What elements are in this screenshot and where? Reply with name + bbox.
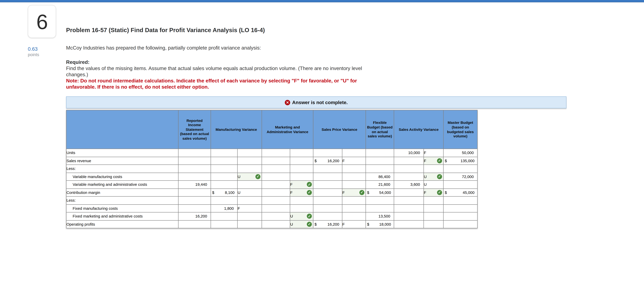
fu-select-cell[interactable] [290,197,313,204]
value-input-cell[interactable] [313,181,342,189]
fu-select-cell[interactable]: F [238,204,262,212]
value-input-cell[interactable]: $135,000 [444,157,478,165]
value-input-cell[interactable] [394,212,424,220]
fu-select-cell[interactable] [238,197,262,204]
fu-select-cell[interactable] [424,165,444,173]
fu-select-cell[interactable]: F✓ [342,189,366,197]
value-input-cell[interactable] [211,165,238,173]
value-input-cell[interactable] [178,220,211,228]
value-input-cell[interactable] [211,212,238,220]
value-input-cell[interactable] [394,165,424,173]
value-input-cell[interactable] [211,197,238,204]
value-input-cell[interactable] [178,197,211,204]
value-input-cell[interactable]: 13,500 [366,212,394,220]
value-input-cell[interactable] [366,149,394,157]
fu-select-cell[interactable] [342,165,366,173]
fu-select-cell[interactable]: U✓ [424,173,444,181]
fu-select-cell[interactable] [238,220,262,228]
value-input-cell[interactable] [262,157,290,165]
value-input-cell[interactable]: $45,000 [444,189,478,197]
value-input-cell[interactable] [178,204,211,212]
fu-select-cell[interactable]: F✓ [290,189,313,197]
value-input-cell[interactable] [178,165,211,173]
fu-select-cell[interactable] [424,220,444,228]
fu-select-cell[interactable] [238,157,262,165]
fu-select-cell[interactable] [342,149,366,157]
value-input-cell[interactable] [313,165,342,173]
value-input-cell[interactable]: 50,000 [444,149,478,157]
fu-select-cell[interactable] [290,204,313,212]
value-input-cell[interactable] [444,204,478,212]
value-input-cell[interactable] [444,220,478,228]
fu-select-cell[interactable] [238,165,262,173]
value-input-cell[interactable] [178,157,211,165]
value-input-cell[interactable] [394,204,424,212]
fu-select-cell[interactable] [238,149,262,157]
value-input-cell[interactable]: $16,200 [313,157,342,165]
value-input-cell[interactable] [262,165,290,173]
fu-select-cell[interactable] [290,157,313,165]
fu-select-cell[interactable]: F✓ [424,157,444,165]
value-input-cell[interactable] [313,197,342,204]
fu-select-cell[interactable] [342,181,366,189]
value-input-cell[interactable] [313,189,342,197]
value-input-cell[interactable]: $54,000 [366,189,394,197]
value-input-cell[interactable] [313,204,342,212]
value-input-cell[interactable] [211,173,238,181]
value-input-cell[interactable] [262,220,290,228]
value-input-cell[interactable] [178,189,211,197]
value-input-cell[interactable] [366,204,394,212]
value-input-cell[interactable] [178,173,211,181]
value-input-cell[interactable] [211,181,238,189]
value-input-cell[interactable]: 16,200 [178,212,211,220]
fu-select-cell[interactable] [238,181,262,189]
value-input-cell[interactable] [262,189,290,197]
value-input-cell[interactable] [366,165,394,173]
value-input-cell[interactable] [444,165,478,173]
fu-select-cell[interactable]: F [342,220,366,228]
fu-select-cell[interactable] [342,197,366,204]
value-input-cell[interactable] [211,157,238,165]
fu-select-cell[interactable]: U [424,181,444,189]
value-input-cell[interactable] [394,173,424,181]
value-input-cell[interactable] [366,157,394,165]
value-input-cell[interactable]: $16,200 [313,220,342,228]
fu-select-cell[interactable] [424,197,444,204]
value-input-cell[interactable]: 3,600 [394,181,424,189]
value-input-cell[interactable] [262,173,290,181]
value-input-cell[interactable]: 19,440 [178,181,211,189]
fu-select-cell[interactable]: F [424,149,444,157]
fu-select-cell[interactable] [290,149,313,157]
value-input-cell[interactable] [262,204,290,212]
value-input-cell[interactable] [313,173,342,181]
fu-select-cell[interactable]: F✓ [290,181,313,189]
fu-select-cell[interactable]: F✓ [424,189,444,197]
value-input-cell[interactable] [262,149,290,157]
fu-select-cell[interactable] [238,212,262,220]
fu-select-cell[interactable]: U✓ [290,220,313,228]
value-input-cell[interactable]: 1,800 [211,204,238,212]
value-input-cell[interactable] [444,197,478,204]
value-input-cell[interactable]: 10,000 [394,149,424,157]
value-input-cell[interactable] [211,149,238,157]
value-input-cell[interactable]: 21,600 [366,181,394,189]
value-input-cell[interactable] [262,197,290,204]
value-input-cell[interactable]: 72,000 [444,173,478,181]
fu-select-cell[interactable] [290,165,313,173]
fu-select-cell[interactable]: F [342,157,366,165]
value-input-cell[interactable] [313,212,342,220]
value-input-cell[interactable] [394,220,424,228]
fu-select-cell[interactable] [290,173,313,181]
fu-select-cell[interactable] [342,204,366,212]
value-input-cell[interactable] [444,181,478,189]
fu-select-cell[interactable] [342,173,366,181]
fu-select-cell[interactable] [424,204,444,212]
value-input-cell[interactable] [178,149,211,157]
value-input-cell[interactable]: $18,000 [366,220,394,228]
fu-select-cell[interactable]: U✓ [290,212,313,220]
value-input-cell[interactable]: 86,400 [366,173,394,181]
value-input-cell[interactable] [394,157,424,165]
fu-select-cell[interactable] [342,212,366,220]
fu-select-cell[interactable] [424,212,444,220]
value-input-cell[interactable] [262,212,290,220]
